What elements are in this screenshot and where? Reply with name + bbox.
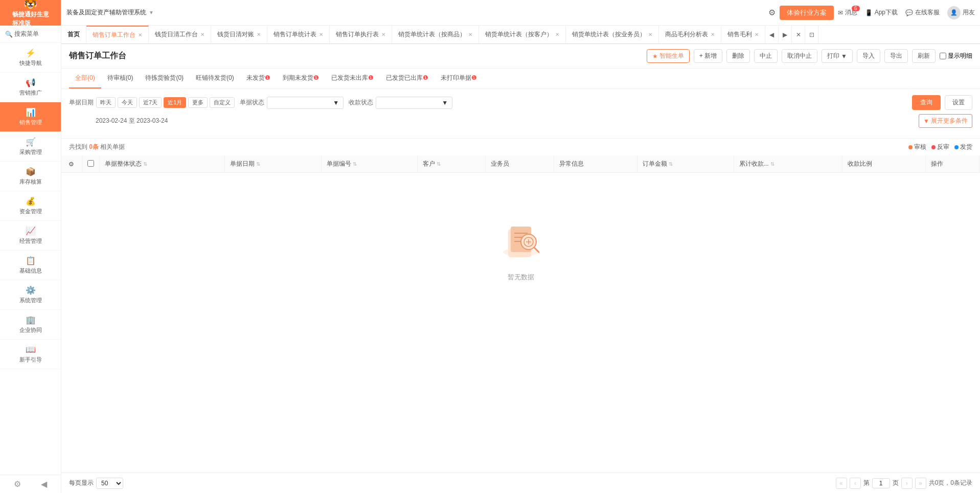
smart-generate-button[interactable]: ★ 智能生单 bbox=[647, 49, 690, 63]
tab-sales-profit[interactable]: 销售毛利 ✕ bbox=[721, 26, 765, 44]
print-button[interactable]: 打印 ▼ bbox=[822, 49, 853, 63]
tab-sales-profit-close-icon[interactable]: ✕ bbox=[755, 32, 759, 37]
tab-nav-prev-btn[interactable]: ◀ bbox=[765, 26, 779, 44]
tab-profit-analysis[interactable]: 商品毛利分析表 ✕ bbox=[659, 26, 721, 44]
stop-button[interactable]: 中止 bbox=[754, 49, 778, 63]
sidebar-item-basic-info[interactable]: 📋 基础信息 bbox=[0, 251, 61, 280]
filter-tab-shipped-not-out[interactable]: 已发货未出库❶ bbox=[325, 69, 380, 88]
tab-sales-stats[interactable]: 销售订单统计表 ✕ bbox=[267, 26, 330, 44]
tab-cash-reconcile[interactable]: 钱货日清对账 ✕ bbox=[211, 26, 267, 44]
tab-goods-salesman-close-icon[interactable]: ✕ bbox=[648, 32, 652, 37]
th-status-sort-icon[interactable]: ⇅ bbox=[143, 161, 147, 167]
pagination: « ‹ 第 页 › » 共0页，0条记录 bbox=[836, 478, 972, 489]
show-detail-checkbox[interactable]: 显示明细 bbox=[940, 52, 972, 60]
guide-label: 新手引导 bbox=[19, 356, 42, 364]
tab-goods-product-close-icon[interactable]: ✕ bbox=[468, 32, 472, 37]
tab-sales-exec[interactable]: 销售订单执行表 ✕ bbox=[330, 26, 392, 44]
sidebar-item-guide[interactable]: 📖 新手引导 bbox=[0, 340, 61, 369]
tab-sales-workbench-close-icon[interactable]: ✕ bbox=[138, 32, 142, 38]
sidebar-item-marketing[interactable]: 📢 营销推广 bbox=[0, 73, 61, 102]
payment-select[interactable]: ▼ bbox=[376, 97, 452, 109]
sidebar-item-system[interactable]: ⚙️ 系统管理 bbox=[0, 280, 61, 310]
sidebar-item-quick-nav[interactable]: ⚡ 快捷导航 bbox=[0, 43, 61, 73]
th-customer-sort-icon[interactable]: ⇅ bbox=[437, 161, 441, 167]
date-btn-custom[interactable]: 自定义 bbox=[210, 97, 235, 108]
date-btn-yesterday[interactable]: 昨天 bbox=[96, 97, 116, 108]
th-checkbox[interactable] bbox=[82, 155, 99, 173]
status-select[interactable]: ▼ bbox=[267, 97, 344, 109]
th-date: 单据日期⇅ bbox=[224, 155, 321, 173]
refresh-button[interactable]: 刷新 bbox=[912, 49, 936, 63]
th-collected-sort-icon[interactable]: ⇅ bbox=[770, 161, 774, 167]
page-next-btn[interactable]: › bbox=[901, 478, 913, 489]
delete-button[interactable]: 删除 bbox=[726, 49, 750, 63]
logo-text: 畅捷通好生意 标准版 bbox=[12, 10, 49, 28]
tab-goods-customer-close-icon[interactable]: ✕ bbox=[555, 32, 559, 37]
topbar-online-service-btn[interactable]: 💬 在线客服 bbox=[905, 8, 940, 17]
tab-close-all-btn[interactable]: ✕ bbox=[792, 26, 805, 44]
sidebar-item-operations[interactable]: 📈 经营管理 bbox=[0, 221, 61, 251]
import-button[interactable]: 导入 bbox=[857, 49, 880, 63]
sidebar-item-purchase[interactable]: 🛒 采购管理 bbox=[0, 132, 61, 162]
tab-nav-next-btn[interactable]: ▶ bbox=[779, 26, 792, 44]
tab-expand-btn[interactable]: ⊡ bbox=[805, 26, 818, 44]
date-btn-last7[interactable]: 近7天 bbox=[139, 97, 162, 108]
sidebar-search-item[interactable]: 🔍 搜索菜单 bbox=[0, 26, 61, 43]
date-btn-today[interactable]: 今天 bbox=[118, 97, 137, 108]
tab-sales-exec-close-icon[interactable]: ✕ bbox=[381, 32, 385, 37]
tab-cash-clear-close-icon[interactable]: ✕ bbox=[200, 32, 204, 37]
date-btn-last1m[interactable]: 近1月 bbox=[164, 97, 186, 108]
th-date-sort-icon[interactable]: ⇅ bbox=[256, 161, 260, 167]
tab-cash-clear[interactable]: 钱货日清工作台 ✕ bbox=[149, 26, 211, 44]
sidebar-collapse-btn[interactable]: ◀ bbox=[41, 479, 47, 489]
export-button[interactable]: 导出 bbox=[884, 49, 908, 63]
review-action-btn[interactable]: 审核 bbox=[908, 143, 926, 151]
topbar-app-download-btn[interactable]: 📱 App下载 bbox=[865, 8, 898, 17]
tab-goods-stats-salesman[interactable]: 销货单统计表（按业务员） ✕ bbox=[566, 26, 659, 44]
filter-tab-not-shipped[interactable]: 未发货❶ bbox=[240, 69, 277, 88]
tab-cash-reconcile-close-icon[interactable]: ✕ bbox=[257, 32, 261, 37]
anti-review-action-btn[interactable]: 反审 bbox=[931, 143, 949, 151]
finance-icon: 💰 bbox=[26, 196, 36, 206]
tab-home[interactable]: 首页 bbox=[61, 26, 86, 44]
page-last-btn[interactable]: » bbox=[915, 478, 926, 489]
expand-conditions-button[interactable]: ▼ 展开更多条件 bbox=[919, 114, 972, 128]
ship-action-btn[interactable]: 发货 bbox=[954, 143, 972, 151]
sidebar-item-finance[interactable]: 💰 资金管理 bbox=[0, 191, 61, 221]
page-size-select[interactable]: 20 50 100 200 bbox=[96, 478, 123, 489]
topbar-user[interactable]: 👤 用友 bbox=[947, 6, 975, 19]
topbar-message-btn[interactable]: ✉ 消息 6 bbox=[838, 8, 857, 17]
topbar-settings-icon[interactable]: ⚙ bbox=[768, 8, 776, 17]
filter-tab-not-printed[interactable]: 未打印单据❶ bbox=[435, 69, 483, 88]
sidebar-settings-btn[interactable]: ⚙ bbox=[14, 479, 21, 489]
cancel-stop-button[interactable]: 取消中止 bbox=[782, 49, 817, 63]
date-btn-more[interactable]: 更多 bbox=[188, 97, 208, 108]
th-settings[interactable]: ⚙ bbox=[61, 155, 82, 173]
sidebar-item-inventory[interactable]: 📦 库存核算 bbox=[0, 162, 61, 191]
filter-tab-pending-review[interactable]: 待审核(0) bbox=[101, 69, 140, 88]
settings-button[interactable]: 设置 bbox=[945, 95, 972, 110]
filter-tab-expired-not-shipped[interactable]: 到期未发货❶ bbox=[277, 69, 325, 88]
tab-profit-analysis-close-icon[interactable]: ✕ bbox=[711, 32, 715, 37]
page-first-btn[interactable]: « bbox=[836, 478, 847, 489]
tab-sales-workbench[interactable]: 销售订单工作台 ✕ bbox=[86, 26, 149, 44]
filter-tab-wangpu-pending[interactable]: 旺铺待发货(0) bbox=[190, 69, 240, 88]
filter-tab-all[interactable]: 全部(0) bbox=[69, 69, 101, 88]
tab-goods-stats-product[interactable]: 销货单统计表（按商品） ✕ bbox=[392, 26, 479, 44]
basic-info-icon: 📋 bbox=[26, 256, 36, 265]
tab-sales-stats-close-icon[interactable]: ✕ bbox=[319, 32, 323, 37]
th-number-sort-icon[interactable]: ⇅ bbox=[353, 161, 357, 167]
status-label: 单据状态 bbox=[240, 98, 264, 107]
page-prev-btn[interactable]: ‹ bbox=[850, 478, 861, 489]
query-button[interactable]: 查询 bbox=[912, 95, 941, 110]
page-input[interactable] bbox=[872, 478, 890, 488]
sidebar-item-sales[interactable]: 📊 销售管理 bbox=[0, 102, 61, 132]
add-button[interactable]: + 新增 bbox=[694, 49, 722, 63]
orders-table: ⚙ 单据整体状态⇅ 单据日期⇅ 单据编号⇅ 客户⇅ 业务员 异常信息 订单金额⇅… bbox=[61, 155, 980, 173]
sidebar-item-enterprise[interactable]: 🏢 企业协同 bbox=[0, 310, 61, 340]
filter-tab-shipped-out[interactable]: 已发货已出库❶ bbox=[380, 69, 435, 88]
filter-tab-pending-inspect[interactable]: 待拣货验货(0) bbox=[139, 69, 190, 88]
th-amount-sort-icon[interactable]: ⇅ bbox=[669, 161, 673, 167]
tab-goods-stats-customer[interactable]: 销货单统计表（按客户） ✕ bbox=[479, 26, 566, 44]
topbar-cta-button[interactable]: 体验行业方案 bbox=[780, 6, 834, 20]
